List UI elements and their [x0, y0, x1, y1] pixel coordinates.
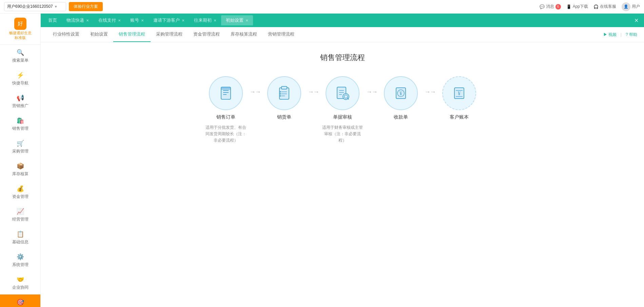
flow-label-review: 单据审核	[333, 114, 352, 120]
flow-arrow-2: →→	[308, 76, 319, 96]
sub-tab-sales-flow[interactable]: 销售管理流程	[113, 27, 151, 42]
sidebar-label-search: 搜索菜单	[12, 58, 28, 63]
app-download-action[interactable]: 📱 App下载	[566, 4, 588, 9]
top-bar: 用户690企业1660120507 ▼ 体验行业方案 💬 消息 6 📱 App下…	[0, 0, 644, 14]
sidebar-item-purchase[interactable]: 🛒 采购管理	[0, 136, 40, 158]
sub-tab-industry[interactable]: 行业特性设置	[47, 27, 85, 42]
message-icon: 💬	[540, 4, 545, 9]
flow-label-sales-order: 销售订单	[216, 114, 235, 120]
tab-payment[interactable]: 在线支付 ✕	[94, 15, 125, 25]
tab-period-label: 往来期初	[194, 17, 212, 23]
video-icon: ▶	[603, 32, 608, 37]
tab-invite[interactable]: 邀请下游客户 ✕	[149, 15, 189, 25]
sub-tabs-bar: 行业特性设置 初始设置 销售管理流程 采购管理流程 资金管理流程	[41, 27, 644, 42]
sales-icon: 🛍️	[17, 117, 24, 124]
sidebar-item-basic[interactable]: 📋 基础信息	[0, 226, 40, 249]
flow-step-sales-order: 销售订单 适用于分批发货、有合同发货周期较长（注：非必要流程）	[202, 76, 250, 144]
svg-point-12	[280, 95, 281, 97]
inventory-icon: 📦	[17, 162, 24, 170]
sidebar-item-finance[interactable]: 💰 资金管理	[0, 181, 40, 204]
sub-tab-finance-flow[interactable]: 资金管理流程	[188, 27, 225, 42]
sidebar-item-guide[interactable]: 🎯 新手引导	[0, 294, 40, 307]
tab-period-close[interactable]: ✕	[214, 19, 216, 22]
tab-init-label: 初始设置	[226, 17, 243, 23]
tab-logistics-close[interactable]: ✕	[86, 19, 89, 22]
sidebar-label-marketing: 营销推广	[12, 103, 28, 109]
trial-button[interactable]: 体验行业方案	[69, 2, 103, 11]
close-all-tabs-button[interactable]: ✕	[631, 16, 641, 25]
sub-tab-actions: ▶ 视频 | ? 帮助	[603, 32, 637, 38]
flow-desc-sales-order: 适用于分批发货、有合同发货周期较长（注：非必要流程）	[206, 124, 246, 144]
headset-icon: 🎧	[593, 4, 599, 9]
main-area: 好 畅捷通好生意 标准版 🔍 搜索菜单 ⚡ 快捷导航 📢 营销推广 🛍️ 销	[0, 14, 644, 307]
online-service-action[interactable]: 🎧 在线客服	[593, 4, 616, 9]
video-link[interactable]: ▶ 视频	[603, 32, 617, 38]
sidebar-label-quicknav: 快捷导航	[12, 80, 28, 86]
flow-step-receipt: ¥ 收款单	[377, 76, 425, 124]
avatar: 👤	[622, 2, 630, 11]
flow-circle-receipt: ¥	[384, 76, 418, 110]
flow-circle-sales-order	[209, 76, 243, 110]
svg-rect-6	[281, 86, 287, 89]
tab-invite-close[interactable]: ✕	[182, 19, 184, 22]
receipt-icon: ¥	[393, 85, 409, 101]
app-icon: 📱	[566, 4, 571, 9]
sidebar-logo: 好 畅捷通好生意 标准版	[0, 14, 40, 45]
delivery-icon	[276, 85, 292, 101]
marketing-icon: 📢	[17, 94, 24, 102]
sub-tab-inventory-flow[interactable]: 库存核算流程	[225, 27, 262, 42]
svg-text:¥: ¥	[399, 90, 402, 96]
top-bar-right: 💬 消息 6 📱 App下载 🎧 在线客服 👤 用户	[540, 2, 640, 11]
sidebar-item-system[interactable]: ⚙️ 系统管理	[0, 249, 40, 272]
sidebar-item-search[interactable]: 🔍 搜索菜单	[0, 45, 40, 67]
sales-order-icon	[218, 85, 234, 101]
sub-tab-initial[interactable]: 初始设置	[85, 27, 113, 42]
tab-logistics[interactable]: 物流快递 ✕	[62, 15, 94, 25]
help-link[interactable]: ? 帮助	[626, 32, 637, 38]
tab-init[interactable]: 初始设置 ✕	[221, 15, 253, 25]
enterprise-icon: 🤝	[17, 276, 24, 283]
user-name-label: 用户	[632, 4, 640, 9]
app-download-label: App下载	[573, 4, 588, 9]
flow-label-receipt: 收款单	[394, 114, 408, 120]
tab-invite-label: 邀请下游客户	[153, 17, 180, 23]
tab-account-close[interactable]: ✕	[141, 19, 144, 22]
sidebar-item-sales[interactable]: 🛍️ 销售管理	[0, 113, 40, 136]
tab-account[interactable]: 账号 ✕	[125, 15, 149, 25]
sidebar-item-enterprise[interactable]: 🤝 企业协同	[0, 272, 40, 294]
tab-home[interactable]: 首页	[43, 15, 62, 25]
sub-tab-marketing-flow[interactable]: 营销管理流程	[262, 27, 300, 42]
sidebar-item-operation[interactable]: 📈 经营管理	[0, 204, 40, 226]
user-selector[interactable]: 用户690企业1660120507 ▼	[4, 2, 66, 11]
sidebar-item-quicknav[interactable]: ⚡ 快捷导航	[0, 67, 40, 90]
flow-circle-account: ¥	[442, 76, 476, 110]
tab-payment-close[interactable]: ✕	[118, 19, 121, 22]
user-action[interactable]: 👤 用户	[622, 2, 640, 11]
sidebar-item-inventory[interactable]: 📦 库存核算	[0, 158, 40, 181]
customer-account-icon: ¥	[451, 85, 467, 101]
page-content: 行业特性设置 初始设置 销售管理流程 采购管理流程 资金管理流程	[41, 27, 644, 307]
finance-icon: 💰	[17, 185, 24, 192]
message-action[interactable]: 💬 消息 6	[540, 4, 561, 9]
flow-step-delivery: 销货单	[260, 76, 308, 124]
sub-tab-purchase-flow[interactable]: 采购管理流程	[151, 27, 188, 42]
purchase-icon: 🛒	[17, 140, 24, 147]
tab-home-label: 首页	[48, 17, 57, 23]
tab-period[interactable]: 往来期初 ✕	[189, 15, 221, 25]
logo-icon: 好	[14, 18, 26, 30]
help-icon: ?	[626, 32, 629, 37]
sidebar-label-enterprise: 企业协同	[12, 285, 28, 290]
tab-init-close[interactable]: ✕	[246, 19, 248, 22]
message-label: 消息	[546, 4, 554, 9]
flow-arrow-4: →→	[425, 76, 435, 96]
search-icon: 🔍	[17, 49, 24, 56]
tab-logistics-label: 物流快递	[66, 17, 84, 23]
sidebar-item-marketing[interactable]: 📢 营销推广	[0, 90, 40, 113]
dropdown-arrow-icon: ▼	[54, 5, 58, 8]
svg-point-11	[280, 93, 281, 95]
sidebar-label-purchase: 采购管理	[12, 148, 28, 154]
svg-rect-4	[221, 87, 231, 90]
tab-payment-label: 在线支付	[98, 17, 116, 23]
sidebar-label-inventory: 库存核算	[12, 171, 28, 177]
online-service-label: 在线客服	[600, 4, 616, 9]
